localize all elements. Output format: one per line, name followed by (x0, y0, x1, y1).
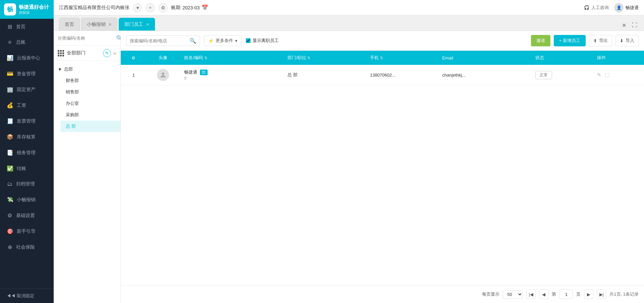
dept-item-office[interactable]: 办公室 (60, 98, 120, 109)
dept-search-input[interactable] (58, 36, 114, 41)
settings-btn[interactable]: ⚙ (158, 3, 168, 12)
th-phone[interactable]: 手机 (365, 51, 437, 65)
page-number-input[interactable] (559, 290, 573, 299)
sidebar-item-insurance[interactable]: ⊕ 社会保险 (0, 239, 54, 255)
svg-point-0 (162, 73, 164, 75)
sidebar-item-label: 结账 (17, 166, 26, 172)
add-employee-button[interactable]: + 新增员工 (554, 35, 586, 46)
topbar: 江西服宝精品有限责任公司内账张 ▾ ＋ ⚙ 账期 2023-03 📅 🎧 人工咨… (54, 0, 644, 15)
checkout-icon: ✅ (7, 165, 13, 172)
add-company-btn[interactable]: ＋ (146, 3, 155, 12)
row-num: 1 (121, 65, 147, 85)
prev-page-btn[interactable]: ◀ (539, 290, 548, 299)
dept-search-icon[interactable]: 🔍 (116, 35, 121, 41)
import-button[interactable]: ⬇ 导入 (615, 35, 639, 46)
dept-group-root-header[interactable]: ▼ 总部 (54, 63, 120, 75)
dept-item-finance[interactable]: 财务部 (60, 75, 120, 86)
show-resigned-checkbox[interactable] (246, 38, 251, 43)
dept-item-purchasing[interactable]: 采购部 (60, 109, 120, 121)
tab-dept[interactable]: 部门员工 ✕ (119, 18, 155, 31)
invite-label: 邀请 (536, 38, 545, 43)
tax-icon: 📑 (7, 149, 13, 156)
dept-badge: 部 (200, 70, 208, 75)
guide-icon: 🎯 (7, 228, 13, 234)
sidebar-item-label: 发票管理 (17, 118, 36, 124)
avatar-circle (157, 69, 169, 81)
edit-dept-btn[interactable]: ✎ (103, 49, 111, 57)
filter-label: 更多条件 (216, 38, 233, 44)
search-icon[interactable]: 🔍 (190, 38, 196, 44)
inventory-icon: 📦 (7, 134, 13, 140)
sidebar-item-guide[interactable]: 🎯 新手引导 (0, 223, 54, 239)
th-settings[interactable]: ⚙ (121, 51, 147, 65)
unpin-label: ◀◀ 取消固定 (7, 293, 34, 299)
export-button[interactable]: ⬆ 导出 (589, 35, 612, 46)
logout-action-icon[interactable]: ⬚ (605, 72, 609, 78)
import-label: 导入 (626, 38, 634, 44)
th-dept[interactable]: 部门/职位 (283, 51, 365, 65)
sidebar-item-payroll[interactable]: 💰 工资 (0, 97, 54, 113)
search-input[interactable] (130, 38, 187, 43)
logo-icon: 畅 (4, 3, 16, 15)
sidebar-nav: ⊞ 首页 ≡ 总账 📊 云报表中心 💳 资金管理 🏢 固定资产 💰 工资 🧾 发… (0, 19, 54, 289)
service-label: 人工咨询 (591, 5, 609, 11)
dept-header-icons: ✎ « (103, 49, 116, 57)
tab-expense-label: 小畅报销 (87, 21, 106, 28)
reports-icon: 📊 (7, 55, 13, 61)
content: 🔍 全部部门 ✎ « ▼ (54, 31, 644, 303)
sidebar-item-home[interactable]: ⊞ 首页 (0, 19, 54, 35)
sidebar-item-checkout[interactable]: ✅ 结账 (0, 161, 54, 176)
sidebar-item-funds[interactable]: 💳 资金管理 (0, 66, 54, 82)
funds-icon: 💳 (7, 71, 13, 77)
tab-expense-close[interactable]: ✕ (108, 23, 112, 27)
dept-item-sales[interactable]: 销售部 (60, 86, 120, 98)
assets-icon: 🏢 (7, 86, 13, 93)
th-name[interactable]: 姓名/编码 (179, 51, 283, 65)
sidebar-item-settings[interactable]: ⚙ 基础设置 (0, 208, 54, 223)
calendar-icon[interactable]: 📅 (202, 4, 208, 11)
sidebar-item-label: 新手引导 (17, 228, 36, 234)
tab-dept-close[interactable]: ✕ (146, 23, 149, 27)
all-dept-label[interactable]: 全部部门 (67, 50, 86, 56)
user-label: 畅捷通 (626, 5, 639, 11)
row-phone: 138070602... (365, 65, 437, 85)
page-suffix: 页 (576, 291, 581, 297)
period-label: 账期 (171, 5, 180, 11)
total-label: 共1页, 1条记录 (609, 291, 639, 297)
sidebar-item-reports[interactable]: 📊 云报表中心 (0, 50, 54, 66)
sidebar-item-invoice[interactable]: 🧾 发票管理 (0, 113, 54, 129)
home-icon: ⊞ (7, 24, 13, 30)
page-size-select[interactable]: 50 10 20 100 (503, 290, 523, 299)
next-page-btn[interactable]: ▶ (584, 290, 593, 299)
user-menu[interactable]: 👤 畅捷通 (614, 3, 639, 12)
first-page-btn[interactable]: |◀ (526, 290, 536, 299)
service-btn[interactable]: 🎧 人工咨询 (584, 5, 609, 11)
last-page-btn[interactable]: ▶| (597, 290, 606, 299)
topbar-left: 江西服宝精品有限责任公司内账张 ▾ ＋ ⚙ 账期 2023-03 📅 (59, 3, 208, 12)
logo-sub: 旗舰版 (19, 10, 49, 15)
collapse-dept-btn[interactable]: « (113, 50, 116, 57)
unpin-button[interactable]: ◀◀ 取消固定 (0, 289, 54, 303)
filter-btn[interactable]: ⚡ 更多条件 ▾ (204, 35, 242, 46)
tab-expense[interactable]: 小畅报销 ✕ (81, 18, 117, 31)
sidebar-item-assets[interactable]: 🏢 固定资产 (0, 82, 54, 97)
table-header-row: ⚙ 头像 姓名/编码 部门/职位 手机 (121, 51, 644, 65)
sidebar-item-inventory[interactable]: 📦 库存核算 (0, 129, 54, 145)
company-dropdown-btn[interactable]: ▾ (133, 3, 142, 12)
avatar: 👤 (614, 3, 624, 12)
sidebar-item-label: 总账 (16, 39, 25, 45)
dept-expand-icon: ▼ (58, 67, 62, 72)
tab-home[interactable]: 首页 (59, 18, 80, 31)
sidebar-item-tax[interactable]: 📑 税务管理 (0, 145, 54, 161)
show-resigned-label[interactable]: 显示离职员工 (246, 38, 279, 44)
dept-item-general[interactable]: 总 部 (60, 121, 120, 132)
edit-action-icon[interactable]: ✎ (597, 72, 601, 78)
settings-icon: ⚙ (7, 212, 13, 219)
sidebar-item-ledger[interactable]: ≡ 总账 (0, 35, 54, 50)
dept-panel: 🔍 全部部门 ✎ « ▼ (54, 31, 121, 303)
expand-window-btn[interactable]: ⛶ (631, 21, 639, 29)
sidebar-item-expense[interactable]: 💸 小畅报销 (0, 192, 54, 208)
sidebar-item-archive[interactable]: 🗂 归档管理 (0, 176, 54, 192)
invite-button[interactable]: 邀请 (531, 35, 550, 46)
close-window-btn[interactable]: ✕ (620, 21, 628, 29)
